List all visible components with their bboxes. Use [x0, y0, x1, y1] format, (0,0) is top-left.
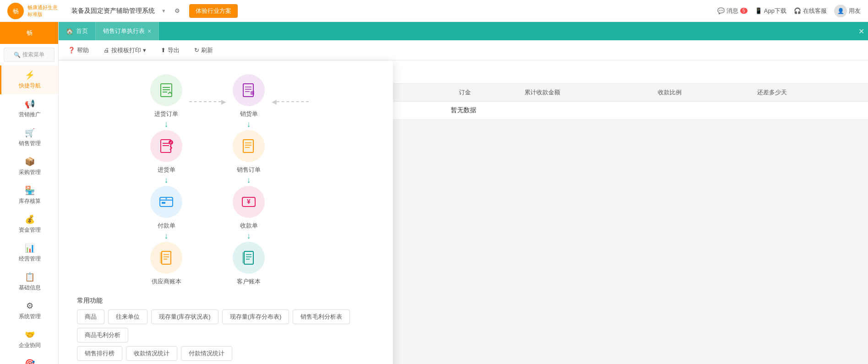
purchase-icon: 📦 [25, 157, 35, 167]
sidebar-item-guide[interactable]: 🎯 新手引导 [0, 354, 58, 364]
experience-button[interactable]: 体验行业方案 [189, 4, 238, 18]
svg-rect-15 [162, 202, 165, 204]
common-functions: 常用功能 商品 往来单位 现存量(库存状况表) 现存量(库存分布表) 销售毛利分… [77, 297, 375, 361]
arrow-down-1: ↓ [164, 120, 169, 128]
purchase-bill-icon[interactable]: ✓ [150, 130, 182, 162]
sidebar-item-quick-nav[interactable]: ⚡ 快捷导航 [0, 65, 58, 94]
func-btn-payment-stats[interactable]: 付款情况统计 [181, 346, 232, 361]
sidebar-item-inventory[interactable]: 🏪 库存核算 [0, 181, 58, 210]
col-total-received: 累计收款金额 [519, 84, 652, 102]
logo-area: 畅 畅康通好生意 标准版 [7, 3, 66, 19]
help-button[interactable]: ❓ 帮助 [64, 44, 93, 56]
supplier-ledger-icon[interactable] [150, 242, 182, 274]
phone-icon: 📱 [755, 7, 762, 14]
export-button[interactable]: ⬆ 导出 [157, 44, 183, 56]
func-btn-sales-margin[interactable]: 销售毛利分析表 [293, 310, 350, 324]
svg-rect-26 [251, 91, 254, 95]
app-container: 畅 畅康通好生意 标准版 装备及固定资产辅助管理系统 ▾ ⚙ 体验行业方案 💬 … [0, 0, 868, 364]
common-functions-title: 常用功能 [77, 297, 375, 305]
main-content: ❓ 帮助 🖨 按模板打印 ▾ ⬆ 导出 ↻ 刷新 [59, 40, 868, 364]
svg-rect-33 [244, 251, 253, 264]
receipt-icon[interactable]: ¥ [233, 186, 265, 218]
svg-rect-37 [242, 252, 244, 263]
sidebar-item-sales[interactable]: 🛒 销售管理 [0, 123, 58, 152]
flow-node-sales-order[interactable]: 销售订单 [226, 130, 272, 174]
svg-text:¥: ¥ [164, 196, 168, 201]
flow-node-payment[interactable]: ¥ 付款单 [143, 186, 189, 230]
flow-node-supplier-ledger[interactable]: 供应商账本 [143, 242, 189, 286]
top-bar-right: 💬 消息 5 📱 App下载 🎧 在线客服 👤 用友 [717, 5, 861, 17]
arrow-down-4: ↓ [247, 120, 251, 128]
sidebar-item-system[interactable]: ⚙ 系统管理 [0, 296, 58, 325]
func-btn-sales-ranking[interactable]: 销售排行榜 [77, 346, 122, 361]
func-buttons-row2: 销售排行榜 收款情况统计 付款情况统计 [77, 346, 375, 361]
sales-icon: 🛒 [25, 128, 35, 138]
flow-node-purchase-order[interactable]: 进货订单 [143, 74, 189, 118]
search-menu-button[interactable]: 🔍 搜索菜单 [4, 48, 55, 62]
arrow-down-3: ↓ [164, 232, 169, 240]
func-btn-inventory-status[interactable]: 现存量(库存状况表) [151, 310, 218, 324]
user-avatar: 👤 [834, 5, 847, 17]
print-dropdown-icon: ▾ [143, 47, 146, 54]
func-buttons-row1: 商品 往来单位 现存量(库存状况表) 现存量(库存分布表) 销售毛利分析表 商品… [77, 310, 375, 342]
sidebar-item-finance[interactable]: 💰 资金管理 [0, 210, 58, 239]
tab-close-icon[interactable]: × [147, 27, 151, 35]
app-download-item[interactable]: 📱 App下载 [755, 7, 786, 15]
func-btn-receipt-stats[interactable]: 收款情况统计 [126, 346, 177, 361]
func-btn-inventory-dist[interactable]: 现存量(库存分布表) [222, 310, 289, 324]
close-all-tabs-icon[interactable]: ✕ [858, 27, 864, 36]
sidebar-search: 🔍 搜索菜单 [0, 44, 58, 65]
svg-text:畅: 畅 [26, 29, 32, 36]
sidebar-item-marketing[interactable]: 📢 营销推广 [0, 94, 58, 123]
sales-order-icon[interactable] [233, 130, 265, 162]
sales-bill-icon[interactable] [233, 74, 265, 106]
customer-ledger-icon[interactable] [233, 242, 265, 274]
sidebar-item-operations[interactable]: 📊 经营管理 [0, 239, 58, 267]
sidebar-nav: ⚡ 快捷导航 📢 营销推广 🛒 销售管理 📦 采购管理 🏪 库存核算 [0, 65, 58, 364]
print-icon: 🖨 [104, 47, 109, 54]
col-deposit: 订金 [453, 84, 519, 102]
sidebar-logo: 畅 [0, 22, 58, 44]
sidebar-item-enterprise[interactable]: 🤝 企业协同 [0, 325, 58, 354]
main-area: 畅 🔍 搜索菜单 ⚡ 快捷导航 📢 营销推广 🛒 [0, 22, 868, 364]
message-badge: 5 [740, 8, 748, 14]
guide-icon: 🎯 [25, 359, 35, 364]
logo-icon: 畅 [7, 3, 24, 19]
arrow-down-2: ↓ [164, 176, 169, 184]
tab-home[interactable]: 🏠 首页 [59, 22, 96, 40]
content-area: 🏠 首页 销售订单执行表 × ✕ ❓ 帮助 [59, 22, 868, 364]
svg-rect-27 [243, 140, 253, 152]
tab-bar-end: ✕ [858, 22, 868, 40]
top-bar-left: 畅 畅康通好生意 标准版 装备及固定资产辅助管理系统 ▾ ⚙ 体验行业方案 [7, 3, 238, 19]
sidebar-item-purchase[interactable]: 📦 采购管理 [0, 152, 58, 181]
sidebar-item-basic[interactable]: 📋 基础信息 [0, 267, 58, 296]
user-item[interactable]: 👤 用友 [834, 5, 861, 17]
message-item[interactable]: 💬 消息 5 [717, 7, 748, 15]
message-icon: 💬 [717, 7, 725, 14]
settings-icon[interactable]: ⚙ [171, 5, 184, 17]
func-btn-partner[interactable]: 往来单位 [108, 310, 147, 324]
flow-node-purchase-bill[interactable]: ✓ 进货单 [143, 130, 189, 174]
enterprise-icon: 🤝 [25, 330, 35, 340]
logo-text: 畅康通好生意 标准版 [27, 4, 58, 17]
func-btn-product[interactable]: 商品 [77, 310, 104, 324]
col-receipt-ratio: 收款比例 [652, 84, 752, 102]
flow-node-customer-ledger[interactable]: 客户账本 [226, 242, 272, 286]
col-days-remaining: 还差多少天 [752, 84, 868, 102]
search-icon: 🔍 [14, 52, 21, 58]
export-icon: ⬆ [161, 47, 166, 54]
sidebar: 畅 🔍 搜索菜单 ⚡ 快捷导航 📢 营销推广 🛒 [0, 22, 59, 364]
svg-rect-17 [162, 251, 171, 264]
template-print-button[interactable]: 🖨 按模板打印 ▾ [100, 44, 150, 56]
func-btn-product-margin[interactable]: 商品毛利分析 [77, 328, 128, 342]
purchase-order-icon[interactable] [150, 74, 182, 106]
flow-node-receipt[interactable]: ¥ 收款单 [226, 186, 272, 230]
flow-node-sales-bill[interactable]: 销货单 [226, 74, 272, 118]
online-service-item[interactable]: 🎧 在线客服 [794, 7, 827, 15]
refresh-button[interactable]: ↻ 刷新 [191, 44, 217, 56]
dropdown-arrow-icon[interactable]: ▾ [162, 7, 165, 14]
inventory-icon: 🏪 [25, 185, 35, 196]
system-icon: ⚙ [26, 301, 33, 311]
payment-icon[interactable]: ¥ [150, 186, 182, 218]
tab-sales-exec[interactable]: 销售订单执行表 × [96, 22, 159, 40]
